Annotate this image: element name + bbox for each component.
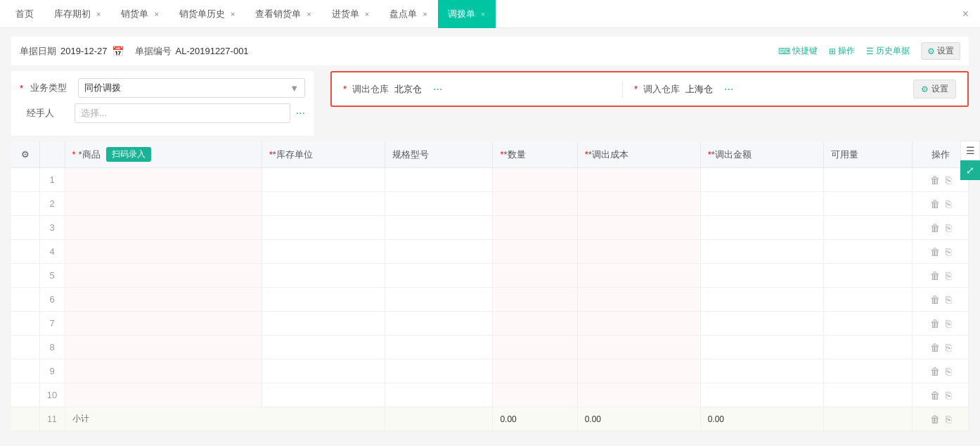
scan-barcode-button[interactable]: 扫码录入 [106,147,151,162]
tab-view-sales-close[interactable]: × [307,10,311,18]
th-gear[interactable]: ⚙ [11,141,39,168]
copy-row-btn[interactable]: ⎘ [946,342,951,353]
row-ops-cell: 🗑 ⎘ [913,240,969,264]
row-cost-cell[interactable] [577,288,700,312]
copy-row-btn[interactable]: ⎘ [946,390,951,401]
row-cost-cell[interactable] [577,264,700,288]
dropdown-arrow-icon: ▼ [290,83,299,94]
tab-inventory-count-close[interactable]: × [423,10,427,18]
row-product-cell[interactable] [65,216,262,240]
gear-settings-icon[interactable]: ⚙ [21,149,30,160]
warehouse-panel: * 调出仓库 北京仓 ··· * 调入仓库 上海仓 ··· ⚙ 设置 [330,71,969,107]
row-qty-cell[interactable] [493,216,577,240]
row-qty-cell[interactable] [493,288,577,312]
row-product-cell[interactable] [65,359,262,383]
toolbar-right: ⌨ 快捷键 ⊞ 操作 ☰ 历史单据 ⚙ 设置 [778,42,960,60]
copy-row-btn[interactable]: ⎘ [946,366,951,377]
row-product-cell[interactable] [65,288,262,312]
row-qty-cell[interactable] [493,312,577,336]
tab-sales-history-close[interactable]: × [231,10,235,18]
tab-purchase-order-close[interactable]: × [365,10,369,18]
history-label: 历史单据 [876,45,910,57]
row-qty-cell[interactable] [493,168,577,192]
shortcut-btn[interactable]: ⌨ 快捷键 [778,45,818,57]
side-expand-icon[interactable]: ⤢ [960,160,980,180]
close-all-tabs[interactable]: × [957,8,974,20]
delete-row-btn[interactable]: 🗑 [930,390,940,401]
wh-in-value: 上海仓 [685,83,713,96]
row-qty-cell[interactable] [493,192,577,216]
tab-sales-order[interactable]: 销货单 × [111,0,169,28]
row-qty-cell[interactable] [493,359,577,383]
row-product-cell[interactable] [65,383,262,407]
history-btn[interactable]: ☰ 历史单据 [866,45,910,57]
row-cost-cell[interactable] [577,168,700,192]
date-label: 单据日期 [20,45,56,58]
date-value: 2019-12-27 [60,46,108,56]
copy-row-btn[interactable]: ⎘ [946,174,951,186]
tab-transfer-order[interactable]: 调拨单 × [438,0,496,28]
wh-settings-button[interactable]: ⚙ 设置 [913,79,956,98]
calendar-icon[interactable]: 📅 [112,46,124,57]
copy-row-btn[interactable]: ⎘ [946,222,951,234]
delete-row-btn[interactable]: 🗑 [930,198,940,210]
delete-row-btn[interactable]: 🗑 [930,270,940,281]
row-cost-cell[interactable] [577,240,700,264]
side-list-icon[interactable]: ☰ [960,141,980,160]
copy-row-btn[interactable]: ⎘ [946,246,951,257]
handler-more-btn[interactable]: ··· [296,107,305,120]
tab-inventory-init-close[interactable]: × [96,10,101,18]
delete-row-btn[interactable]: 🗑 [930,174,940,186]
tab-transfer-order-close[interactable]: × [481,10,485,18]
row-product-cell[interactable] [65,168,262,192]
table-row: 11 小计 0.00 0.00 0.00 🗑 ⎘ [11,407,969,431]
delete-row-btn[interactable]: 🗑 [930,222,940,234]
delete-row-btn[interactable]: 🗑 [930,414,940,425]
row-product-cell[interactable] [65,240,262,264]
delete-row-btn[interactable]: 🗑 [930,246,940,257]
row-product-cell[interactable] [65,336,262,359]
row-cost-cell[interactable] [577,383,700,407]
settings-button[interactable]: ⚙ 设置 [921,42,960,60]
operations-btn[interactable]: ⊞ 操作 [829,45,855,57]
row-product-cell[interactable] [65,264,262,288]
row-num-cell: 4 [39,240,65,264]
row-cost-cell[interactable] [577,192,700,216]
delete-row-btn[interactable]: 🗑 [930,294,940,305]
row-product-cell[interactable] [65,192,262,216]
tab-sales-history[interactable]: 销货单历史 × [169,0,245,28]
row-cost-cell[interactable] [577,336,700,359]
row-gear-cell [11,336,39,359]
items-table: ⚙ * *商品 扫码录入 **库存单位 规格型号 [11,141,969,431]
row-cost-cell[interactable] [577,312,700,336]
delete-row-btn[interactable]: 🗑 [930,318,940,329]
tab-sales-order-close[interactable]: × [154,10,158,18]
row-amount-cell [700,359,823,383]
wh-out-more-btn[interactable]: ··· [433,83,442,96]
number-value: AL-20191227-001 [176,46,249,56]
row-gear-cell [11,288,39,312]
row-cost-cell[interactable] [577,216,700,240]
tab-inventory-init[interactable]: 库存期初 × [44,0,111,28]
tab-purchase-order[interactable]: 进货单 × [322,0,380,28]
tab-inventory-count[interactable]: 盘点单 × [380,0,437,28]
handler-select[interactable]: 选择... [75,103,290,123]
row-product-cell[interactable] [65,312,262,336]
copy-row-btn[interactable]: ⎘ [946,294,951,305]
copy-row-btn[interactable]: ⎘ [946,198,951,210]
row-qty-cell[interactable] [493,240,577,264]
copy-row-btn[interactable]: ⎘ [946,318,951,329]
delete-row-btn[interactable]: 🗑 [930,342,940,353]
row-cost-cell[interactable] [577,359,700,383]
delete-row-btn[interactable]: 🗑 [930,366,940,377]
copy-row-btn[interactable]: ⎘ [946,270,951,281]
business-type-select[interactable]: 同价调拨 ▼ [78,78,305,98]
row-unit-cell [262,383,385,407]
tab-view-sales[interactable]: 查看销货单 × [245,0,321,28]
row-qty-cell[interactable] [493,264,577,288]
row-qty-cell[interactable] [493,383,577,407]
wh-in-more-btn[interactable]: ··· [724,83,733,96]
tab-home[interactable]: 首页 [6,0,44,28]
row-qty-cell[interactable] [493,336,577,359]
copy-row-btn[interactable]: ⎘ [946,414,951,425]
